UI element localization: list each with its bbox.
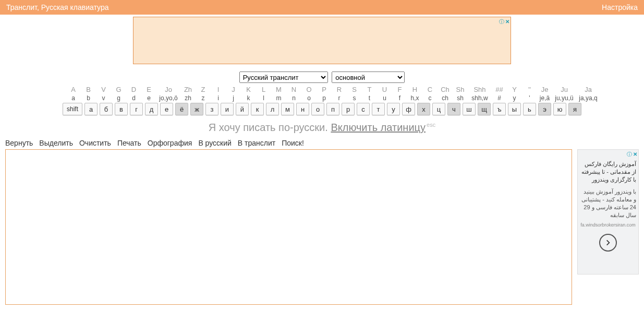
kb-header1: K [242, 86, 255, 93]
ad-close-icon[interactable]: ✕ [633, 151, 637, 157]
site-title-link[interactable]: Транслит, Русская клавиатура [6, 3, 109, 11]
kb-key-й[interactable]: й [236, 103, 249, 115]
kb-header2: n [287, 94, 300, 102]
kb-key-ю[interactable]: ю [553, 103, 566, 115]
kb-key-д[interactable]: д [145, 103, 158, 115]
kb-header2: r [333, 94, 346, 102]
toolbar-печать[interactable]: Печать [117, 139, 141, 147]
kb-header1: Shh [469, 86, 491, 93]
kb-header2: b [82, 94, 95, 102]
ad-info-icon[interactable]: ⓘ✕ [499, 18, 509, 26]
kb-header2: ju,yu,ü [553, 94, 575, 102]
kb-key-в[interactable]: в [115, 103, 128, 115]
kb-header1: N [287, 86, 300, 93]
kb-key-я[interactable]: я [568, 103, 581, 115]
chevron-right-icon [604, 239, 612, 246]
side-ad-banner[interactable]: ⓘ✕ آموزش رایگان فارکس از مقدماتی - تا پی… [577, 149, 639, 275]
kb-header1: R [333, 86, 346, 93]
top-ad-banner[interactable]: ⓘ✕ [133, 17, 511, 64]
kb-header1: M [272, 86, 285, 93]
ad-url: fa.windsorbrokersiran.com [580, 222, 636, 228]
layout-select[interactable]: основной [332, 71, 405, 83]
kb-key-е[interactable]: е [160, 103, 173, 115]
kb-header1: Ch [439, 86, 452, 93]
kb-key-г[interactable]: г [130, 103, 143, 115]
kb-header1: A [67, 86, 80, 93]
kb-key-н[interactable]: н [296, 103, 309, 115]
kb-header1: O [302, 86, 315, 93]
settings-link[interactable]: Настройка [602, 3, 638, 11]
kb-key-ц[interactable]: ц [432, 103, 445, 115]
shift-key[interactable]: shift [63, 103, 82, 115]
kb-header1: '' [523, 86, 536, 93]
toolbar-очистить[interactable]: Очистить [79, 139, 111, 147]
kb-key-а[interactable]: а [84, 103, 98, 115]
kb-header1: Y [508, 86, 521, 93]
kb-key-м[interactable]: м [281, 103, 294, 115]
kb-header2: shh,w [469, 94, 491, 102]
toolbar-орфография[interactable]: Орфография [148, 139, 192, 147]
kb-header1: E [142, 86, 155, 93]
kb-key-ь[interactable]: ь [523, 103, 536, 115]
kb-header1: G [112, 86, 125, 93]
kb-header1: Ja [577, 86, 599, 93]
toolbar-в русский[interactable]: В русский [198, 139, 231, 147]
kb-key-ч[interactable]: ч [447, 103, 460, 115]
kb-header1: P [318, 86, 331, 93]
toolbar-в транслит[interactable]: В транслит [238, 139, 275, 147]
ad-arrow-button[interactable] [599, 234, 617, 252]
kb-key-п[interactable]: п [326, 103, 339, 115]
kb-key-щ[interactable]: щ [478, 103, 491, 115]
kb-key-и[interactable]: и [221, 103, 234, 115]
toolbar-вернуть[interactable]: Вернуть [5, 139, 33, 147]
kb-header1: Ju [553, 86, 575, 93]
kb-key-о[interactable]: о [311, 103, 324, 115]
kb-key-к[interactable]: к [251, 103, 264, 115]
kb-key-у[interactable]: у [387, 103, 400, 115]
kb-key-ъ[interactable]: ъ [493, 103, 506, 115]
kb-header2: v [97, 94, 110, 102]
editor-toolbar: ВернутьВыделитьОчиститьПечатьОрфографияВ… [0, 139, 644, 149]
kb-header1: T [363, 86, 376, 93]
kb-header2: sh [454, 94, 467, 102]
kb-key-ё[interactable]: ё [175, 103, 188, 115]
kb-header2: h,x [408, 94, 421, 102]
kb-header2: z [197, 94, 210, 102]
kb-key-ж[interactable]: ж [190, 103, 203, 115]
toolbar-выделить[interactable]: Выделить [39, 139, 73, 147]
main-textarea[interactable] [5, 149, 572, 305]
kb-header2: o [302, 94, 315, 102]
kb-header2: y [508, 94, 521, 102]
toolbar-поиск![interactable]: Поиск! [282, 139, 304, 147]
kb-header1: Sh [454, 86, 467, 93]
kb-key-ф[interactable]: ф [402, 103, 415, 115]
esc-hint: esc [427, 122, 435, 128]
kb-key-б[interactable]: б [100, 103, 113, 115]
toggle-latin-link[interactable]: Включить латиницу [331, 122, 426, 133]
kb-header1: L [257, 86, 270, 93]
kb-key-р[interactable]: р [342, 103, 355, 115]
ad-info-icon[interactable]: ⓘ✕ [627, 151, 637, 158]
kb-header2: s [348, 94, 361, 102]
ad-close-icon[interactable]: ✕ [505, 19, 509, 25]
kb-header2: m [272, 94, 285, 102]
language-select[interactable]: Русский транслит [239, 71, 328, 83]
kb-key-з[interactable]: з [205, 103, 218, 115]
kb-key-э[interactable]: э [538, 103, 551, 115]
kb-header2: f [393, 94, 406, 102]
kb-header1: D [127, 86, 140, 93]
kb-key-х[interactable]: х [417, 103, 430, 115]
kb-key-с[interactable]: с [357, 103, 370, 115]
kb-header2: k [242, 94, 255, 102]
kb-header1: S [348, 86, 361, 93]
kb-key-ы[interactable]: ы [508, 103, 521, 115]
kb-header1: H [408, 86, 421, 93]
kb-header2: ja,ya,q [577, 94, 599, 102]
kb-header2: je,ä [538, 94, 551, 102]
kb-header2: l [257, 94, 270, 102]
kb-key-ш[interactable]: ш [463, 103, 476, 115]
kb-key-т[interactable]: т [372, 103, 385, 115]
kb-header1: Zh [181, 86, 195, 93]
kb-header2: u [378, 94, 391, 102]
kb-key-л[interactable]: л [266, 103, 279, 115]
